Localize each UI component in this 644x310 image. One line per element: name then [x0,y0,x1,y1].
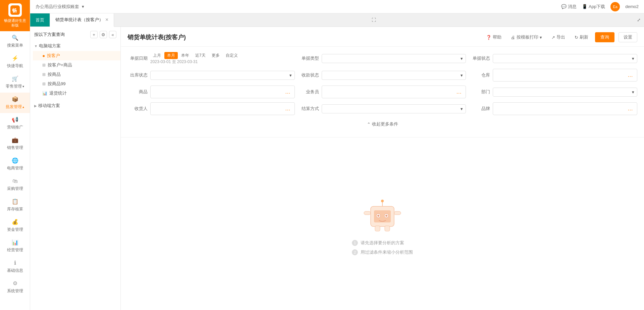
product-dots-icon[interactable]: … [284,88,292,96]
date-tabs: 上月 本月 本年 近7天 更多 自定义 [150,52,295,59]
sidebar-item-quick-nav[interactable]: ⚡ 快捷导航 [0,52,30,72]
refresh-icon: ↻ [575,35,578,40]
filter-date-item: 单据日期 上月 本月 本年 近7天 更多 自定义 2023-03-01 至 20… [127,52,295,65]
settings-btn[interactable]: 设置 [619,32,637,42]
brand-dots-icon[interactable]: … [626,104,634,113]
sidebar-item-label: 零售管理▾ [6,84,24,89]
type-select[interactable]: ▾ [322,54,466,63]
message-btn[interactable]: 💬 消息 [561,4,577,10]
logo-area[interactable]: 畅 畅捷通好生意 标版 [0,0,30,31]
sidebar-item-search[interactable]: 🔍 搜索菜单 [0,31,30,52]
scheme-by-product-99[interactable]: ⊞ 按商品99 [33,79,120,89]
date-tab-this-month[interactable]: 本月 [164,52,178,59]
tab-sales-report[interactable]: 销货单统计表（按客户） × [50,13,114,27]
print-btn[interactable]: 🖨 按模板打印 ▾ [508,33,545,42]
tab-close-btn[interactable]: × [105,17,108,22]
user-name: demo2 [625,4,639,9]
dept-select[interactable]: ▾ [493,88,637,97]
chart-icon: 📊 [42,91,47,96]
filter-receiver-item: 收货人 … [127,102,295,115]
sidebar-item-purchase[interactable]: 🛍 采购管理 [0,174,30,195]
filter-section: 单据日期 上月 本月 本年 近7天 更多 自定义 2023-03-01 至 20… [121,47,644,136]
staff-select[interactable]: … [322,86,466,98]
sidebar-item-wholesale[interactable]: 📦 批发管理▴ [0,93,30,113]
query-btn[interactable]: 查询 [595,32,614,42]
filter-pay-status-item: 收款状态 ▾ [299,71,466,80]
tree-mobile-section[interactable]: ▶ 移动端方案 [30,101,120,111]
sidebar-item-marketing[interactable]: 📢 营销推广 [0,113,30,134]
receiver-select[interactable]: … [150,102,295,115]
sidebar-item-system[interactable]: ⚙ 系统管理 [0,277,30,297]
scheme-return-stats[interactable]: 📊 退货统计 [33,89,120,98]
tab-fullscreen-btn[interactable]: ⤢ [634,13,644,27]
company-name: 办公用品行业模拟账套 [36,4,79,10]
sidebar-item-label: 基础信息 [7,268,23,273]
settle-select[interactable]: ▾ [322,104,466,113]
date-tab-more[interactable]: 更多 [209,52,222,59]
date-tab-this-year[interactable]: 本年 [178,52,192,59]
tab-home-label: 首页 [36,17,44,23]
date-tab-last-month[interactable]: 上月 [150,52,164,59]
filter-row-1: 单据日期 上月 本月 本年 近7天 更多 自定义 2023-03-01 至 20… [127,52,637,65]
refresh-btn[interactable]: ↻ 刷新 [572,33,591,42]
add-scheme-btn[interactable]: + [90,31,98,38]
scheme-by-customer-product[interactable]: ⊞ 按客户+商品 [33,60,120,70]
export-btn[interactable]: ↗ 导出 [549,33,568,42]
page-actions: ❓ 帮助 🖨 按模板打印 ▾ ↗ 导出 ↻ 刷新 [483,32,637,42]
sidebar-item-label: 电商管理 [7,165,23,171]
receiver-dots-icon[interactable]: … [284,104,292,113]
filter-row-4: 收货人 … 结算方式 ▾ 品牌 [127,102,637,115]
sidebar-item-operation[interactable]: 📊 经营管理 [0,236,30,256]
sidebar-item-label: 销售管理 [7,145,23,151]
help-btn[interactable]: ❓ 帮助 [483,33,504,42]
chevron-down-icon-6: ▾ [461,106,463,111]
tab-expand-btn[interactable]: ⛶ [368,13,379,27]
scheme-by-product[interactable]: ⊞ 按商品 [33,70,120,79]
product-select[interactable]: … [150,86,295,98]
sidebar-item-finance[interactable]: 💰 资金管理 [0,215,30,236]
filter-product-item: 商品 … [127,86,295,98]
sidebar-item-basic[interactable]: ℹ 基础信息 [0,256,30,277]
brand-select[interactable]: … [493,102,637,115]
scheme-label: 按商品 [48,71,61,78]
user-avatar[interactable]: Ea [610,2,620,11]
tree-children-pc: ● 按客户 ⊞ 按客户+商品 ⊞ 按商品 ⊞ 按商品99 📊 退货统计 [30,51,120,98]
sidebar-item-sales[interactable]: 💼 销售管理 [0,134,30,154]
status-select[interactable]: ▾ [493,54,637,63]
date-tab-custom[interactable]: 自定义 [223,52,240,59]
sidebar-item-label: 采购管理 [7,186,23,192]
dropdown-arrow[interactable]: ▾ [82,4,84,9]
warehouse-select[interactable]: … [493,69,637,82]
svg-point-6 [377,215,379,217]
inventory-icon: 📋 [12,198,18,205]
chevron-down-icon-5: ▾ [632,90,634,95]
settings-scheme-btn[interactable]: ⚙ [100,31,107,38]
sidebar-item-inventory[interactable]: 📋 库存核算 [0,195,30,215]
chevron-down-icon-2: ▾ [632,56,634,61]
tab-home[interactable]: 首页 [30,13,50,27]
scheme-label: 按商品99 [48,81,65,87]
page-title: 销货单统计表(按客户) [127,33,186,41]
tree-pc-section[interactable]: ▼ 电脑端方案 [30,41,120,51]
out-status-select[interactable]: ▾ [150,71,295,80]
collapse-panel-btn[interactable]: « [109,31,116,38]
date-tab-7days[interactable]: 近7天 [193,52,208,59]
filter-dept-item: 部门 ▾ [470,88,637,97]
collapse-more-btn[interactable]: ⌃ 收起更多条件 [365,119,400,129]
pay-status-select[interactable]: ▾ [322,71,466,80]
dots-icon[interactable]: … [626,71,634,80]
dept-label: 部门 [470,89,490,95]
svg-point-7 [385,215,387,217]
filter-status-item: 单据状态 ▾ [470,54,637,63]
sidebar-item-retail[interactable]: 🛒 零售管理▾ [0,72,30,93]
staff-dots-icon[interactable]: … [455,88,463,96]
svg-point-9 [381,200,384,202]
app-download-btn[interactable]: 📱 App下载 [582,4,605,10]
product-label: 商品 [127,89,148,95]
receiver-label: 收货人 [127,106,148,112]
scheme-by-customer[interactable]: ● 按客户 [33,51,120,60]
right-panel: 销货单统计表(按客户) ❓ 帮助 🖨 按模板打印 ▾ ↗ 导出 [121,27,644,310]
wholesale-icon: 📦 [12,96,18,103]
sidebar-item-ecommerce[interactable]: 🌐 电商管理 [0,154,30,174]
svg-rect-12 [375,226,380,231]
